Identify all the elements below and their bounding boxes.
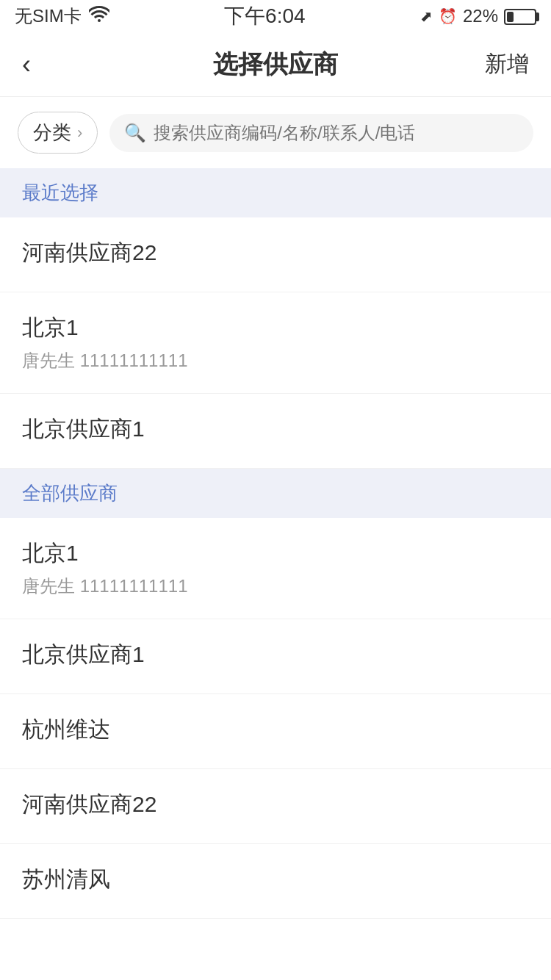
back-button[interactable]: ‹ bbox=[22, 49, 66, 80]
recent-section-header: 最近选择 bbox=[0, 168, 551, 217]
list-item[interactable]: 杭州维达 bbox=[0, 694, 551, 769]
chevron-right-icon: › bbox=[77, 123, 82, 143]
list-item[interactable]: 北京供应商1 bbox=[0, 394, 551, 469]
search-icon: 🔍 bbox=[124, 123, 146, 143]
battery-icon bbox=[504, 6, 536, 26]
alarm-icon: ⏰ bbox=[439, 7, 457, 25]
list-item[interactable]: 河南供应商22 bbox=[0, 217, 551, 292]
search-input[interactable] bbox=[154, 123, 519, 143]
item-name: 北京1 bbox=[22, 313, 529, 343]
new-add-button[interactable]: 新增 bbox=[485, 49, 529, 79]
list-item[interactable]: 苏州清风 bbox=[0, 844, 551, 919]
list-item[interactable]: 北京1唐先生 11111111111 bbox=[0, 518, 551, 619]
category-label: 分类 bbox=[33, 120, 71, 145]
carrier-label: 无SIM卡 bbox=[15, 4, 82, 28]
item-name: 北京供应商1 bbox=[22, 414, 529, 444]
status-bar: 无SIM卡 下午6:04 ⬈ ⏰ 22% bbox=[0, 0, 551, 32]
list-item[interactable]: 北京1唐先生 11111111111 bbox=[0, 292, 551, 394]
category-filter-button[interactable]: 分类 › bbox=[18, 112, 98, 154]
location-icon: ⬈ bbox=[420, 7, 433, 25]
page-title: 选择供应商 bbox=[213, 48, 338, 82]
item-name: 北京1 bbox=[22, 538, 529, 569]
search-area: 分类 › 🔍 bbox=[0, 97, 551, 168]
status-right: ⬈ ⏰ 22% bbox=[420, 6, 536, 26]
item-name: 河南供应商22 bbox=[22, 238, 529, 268]
item-name: 河南供应商22 bbox=[22, 790, 529, 820]
item-name: 苏州清风 bbox=[22, 865, 529, 895]
list-item[interactable]: 河南供应商22 bbox=[0, 769, 551, 844]
battery-percent: 22% bbox=[463, 6, 498, 26]
search-box: 🔍 bbox=[109, 114, 533, 152]
item-sub: 唐先生 11111111111 bbox=[22, 574, 529, 598]
status-left: 无SIM卡 bbox=[15, 4, 109, 28]
item-name: 北京供应商1 bbox=[22, 640, 529, 670]
item-sub: 唐先生 11111111111 bbox=[22, 349, 529, 372]
time-display: 下午6:04 bbox=[224, 2, 306, 30]
all-section-header: 全部供应商 bbox=[0, 469, 551, 518]
nav-bar: ‹ 选择供应商 新增 bbox=[0, 32, 551, 97]
list-item[interactable]: 北京供应商1 bbox=[0, 619, 551, 694]
recent-items-list: 河南供应商22北京1唐先生 11111111111北京供应商1 bbox=[0, 217, 551, 469]
item-name: 杭州维达 bbox=[22, 715, 529, 745]
all-items-list: 北京1唐先生 11111111111北京供应商1杭州维达河南供应商22苏州清风 bbox=[0, 518, 551, 919]
wifi-icon bbox=[89, 6, 109, 26]
